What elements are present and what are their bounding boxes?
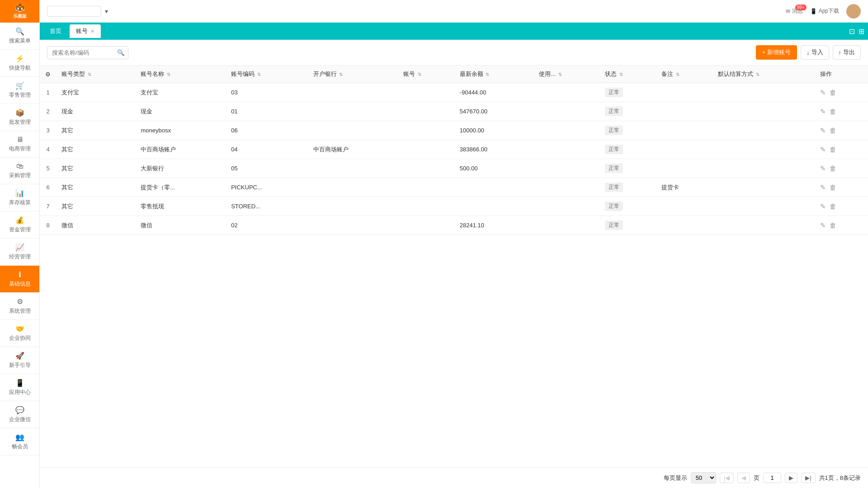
edit-btn-1[interactable]: ✎: [820, 108, 826, 116]
tab-expand-btn[interactable]: ⊞: [859, 27, 864, 36]
toolbar: 🔍 + 新增账号 ↓ 导入 ↑ 导出: [40, 40, 868, 66]
sidebar-item-11[interactable]: 🤝企业协同: [0, 320, 39, 347]
edit-btn-3[interactable]: ✎: [820, 145, 826, 154]
delete-btn-2[interactable]: 🗑: [830, 127, 836, 134]
sidebar-item-9[interactable]: ℹ基础信息: [0, 266, 39, 293]
sidebar-label-8: 经营管理: [9, 253, 31, 261]
app-download-button[interactable]: 📱 App下载: [810, 7, 839, 15]
row-bank-1: [308, 102, 398, 121]
delete-btn-0[interactable]: 🗑: [830, 89, 836, 96]
table-body: 1 支付宝 支付宝 03 -90444.00 正常 ✎ 🗑 2 现金 现金 01: [40, 83, 868, 235]
sidebar-item-5[interactable]: 🛍采购管理: [0, 158, 39, 184]
last-page-btn[interactable]: ▶|: [801, 473, 815, 483]
col-status[interactable]: 状态 ⇅: [599, 66, 656, 83]
row-note-1: [656, 102, 712, 121]
edit-btn-0[interactable]: ✎: [820, 89, 826, 97]
col-account-type[interactable]: 账号类型 ⇅: [56, 66, 135, 83]
row-name-5: 提货卡（零...: [135, 178, 226, 197]
row-balance-2: 10000.00: [454, 121, 533, 140]
sidebar-label-11: 企业协同: [9, 334, 31, 342]
col-account-name[interactable]: 账号名称 ⇅: [135, 66, 226, 83]
tab-bar: 首页 账号 ✕ ⊡ ⊞: [40, 23, 868, 40]
add-account-button[interactable]: + 新增账号: [756, 45, 797, 60]
row-name-3: 中百商场账户: [135, 140, 226, 159]
row-num-4: 5: [40, 159, 56, 178]
add-account-label: + 新增账号: [762, 48, 791, 56]
row-balance-1: 547670.00: [454, 102, 533, 121]
row-bank-6: [308, 197, 398, 216]
accounts-table: ⚙ 账号类型 ⇅ 账号名称 ⇅ 账号编码 ⇅ 开户银行 ⇅ 账号 ⇅ 最新余额 …: [40, 66, 868, 235]
edit-btn-5[interactable]: ✎: [820, 183, 826, 192]
sidebar-item-6[interactable]: 📊库存核算: [0, 184, 39, 211]
col-usage[interactable]: 使用... ⇅: [533, 66, 599, 83]
col-note[interactable]: 备注 ⇅: [656, 66, 712, 83]
col-settings[interactable]: ⚙: [40, 66, 56, 83]
delete-btn-5[interactable]: 🗑: [830, 183, 836, 191]
sidebar-label-15: 畅会员: [12, 443, 28, 450]
prev-page-btn[interactable]: ◀: [737, 473, 750, 483]
top-search-input[interactable]: [47, 6, 101, 17]
sidebar-item-2[interactable]: 🛒零售管理: [0, 77, 39, 104]
import-button[interactable]: ↓ 导入: [801, 45, 829, 60]
col-action: 操作: [815, 66, 868, 83]
message-badge: 99+: [795, 5, 807, 10]
delete-btn-7[interactable]: 🗑: [830, 221, 836, 229]
page-input[interactable]: [763, 473, 781, 483]
search-button[interactable]: 🔍: [117, 49, 125, 56]
edit-btn-6[interactable]: ✎: [820, 202, 826, 211]
toolbar-left: 🔍: [47, 46, 128, 59]
message-button[interactable]: ✉ 消息 99+: [786, 7, 803, 15]
row-num-6: 7: [40, 197, 56, 216]
row-note-6: [656, 197, 712, 216]
table-row: 5 其它 大新银行 05 500.00 正常 ✎ 🗑: [40, 159, 868, 178]
tab-minimize-btn[interactable]: ⊡: [849, 27, 855, 36]
page-label: 页: [754, 474, 760, 482]
page-size-select[interactable]: 50 20 100: [691, 472, 716, 483]
col-balance[interactable]: 最新余额 ⇅: [454, 66, 533, 83]
col-bank[interactable]: 开户银行 ⇅: [308, 66, 398, 83]
row-type-6: 其它: [56, 197, 135, 216]
delete-btn-3[interactable]: 🗑: [830, 145, 836, 153]
delete-btn-4[interactable]: 🗑: [830, 164, 836, 172]
sidebar-item-13[interactable]: 📱应用中心: [0, 374, 39, 401]
sidebar-item-12[interactable]: 🚀新手引导: [0, 347, 39, 374]
sidebar-item-14[interactable]: 💬企业微信: [0, 401, 39, 428]
sidebar-item-1[interactable]: ⚡快捷导航: [0, 50, 39, 77]
next-page-btn[interactable]: ▶: [785, 473, 797, 483]
export-button[interactable]: ↑ 导出: [833, 45, 861, 60]
row-code-1: 01: [226, 102, 307, 121]
tab-account[interactable]: 账号 ✕: [70, 24, 101, 38]
row-usage-5: [533, 178, 599, 197]
tab-home[interactable]: 首页: [43, 24, 68, 38]
sidebar-item-3[interactable]: 📦批发管理: [0, 104, 39, 131]
row-type-0: 支付宝: [56, 83, 135, 102]
col-default-pay[interactable]: 默认结算方式 ⇅: [712, 66, 815, 83]
table-container: ⚙ 账号类型 ⇅ 账号名称 ⇅ 账号编码 ⇅ 开户银行 ⇅ 账号 ⇅ 最新余额 …: [40, 66, 868, 467]
delete-btn-6[interactable]: 🗑: [830, 202, 836, 210]
user-avatar[interactable]: [846, 4, 861, 19]
row-type-3: 其它: [56, 140, 135, 159]
dropdown-btn[interactable]: ▾: [105, 8, 108, 15]
sidebar-label-2: 零售管理: [9, 91, 31, 99]
sidebar-item-7[interactable]: 💰资金管理: [0, 211, 39, 239]
row-actions-2: ✎ 🗑: [815, 121, 868, 140]
edit-btn-7[interactable]: ✎: [820, 221, 826, 230]
delete-btn-1[interactable]: 🗑: [830, 108, 836, 115]
sidebar-item-0[interactable]: 🔍搜索菜单: [0, 23, 39, 50]
col-account-code[interactable]: 账号编码 ⇅: [226, 66, 307, 83]
first-page-btn[interactable]: |◀: [720, 473, 734, 483]
sidebar-item-8[interactable]: 📈经营管理: [0, 239, 39, 266]
row-usage-6: [533, 197, 599, 216]
search-input[interactable]: [47, 46, 128, 59]
row-account-5: [398, 178, 454, 197]
row-status-7: 正常: [599, 216, 656, 235]
tab-close-icon[interactable]: ✕: [90, 28, 94, 34]
row-status-6: 正常: [599, 197, 656, 216]
edit-btn-4[interactable]: ✎: [820, 164, 826, 173]
col-account-num[interactable]: 账号 ⇅: [398, 66, 454, 83]
edit-btn-2[interactable]: ✎: [820, 127, 826, 135]
sidebar-item-15[interactable]: 👥畅会员: [0, 428, 39, 455]
sidebar-label-5: 采购管理: [9, 172, 31, 179]
sidebar-item-10[interactable]: ⚙系统管理: [0, 293, 39, 320]
sidebar-item-4[interactable]: 🖥电商管理: [0, 131, 39, 158]
